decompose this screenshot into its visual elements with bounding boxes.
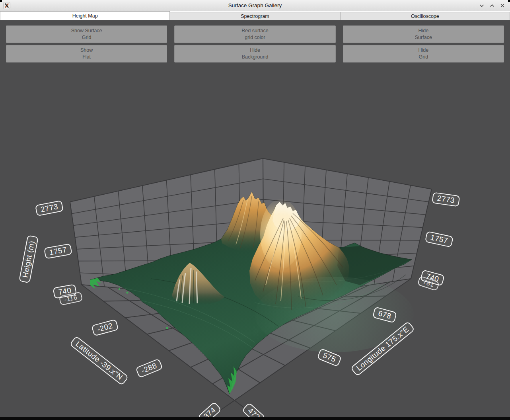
titlebar: Surface Graph Gallery xyxy=(0,0,510,11)
app-window: Surface Graph Gallery Height Map Spectro… xyxy=(0,0,510,420)
surface-plot-3d[interactable] xyxy=(0,0,510,420)
show-flat-button[interactable]: Show Flat xyxy=(6,45,167,63)
close-icon[interactable] xyxy=(499,2,506,9)
hide-grid-button[interactable]: Hide Grid xyxy=(343,45,504,63)
window-corner xyxy=(0,0,2,2)
tab-height-map[interactable]: Height Map xyxy=(0,11,170,20)
window-title: Surface Graph Gallery xyxy=(0,2,510,8)
tab-oscilloscope[interactable]: Oscilloscope xyxy=(340,12,510,20)
fringe-dot xyxy=(119,288,120,290)
hide-surface-button[interactable]: Hide Surface xyxy=(343,25,504,43)
tab-bar: Height Map Spectrogram Oscilloscope xyxy=(0,11,510,20)
fringe-dot xyxy=(126,291,128,293)
fringe-dot xyxy=(166,327,168,329)
sunlit-glow xyxy=(260,199,302,269)
toolbar: Show Surface Grid Red surface grid color… xyxy=(0,20,510,63)
red-surface-grid-color-button[interactable]: Red surface grid color xyxy=(174,25,335,43)
tab-spectrogram[interactable]: Spectrogram xyxy=(170,12,340,20)
hide-background-button[interactable]: Hide Background xyxy=(174,45,335,63)
window-controls xyxy=(478,2,510,9)
chevron-down-icon[interactable] xyxy=(478,2,485,9)
window-corner xyxy=(508,0,510,2)
show-surface-grid-button[interactable]: Show Surface Grid xyxy=(6,25,167,43)
chevron-up-icon[interactable] xyxy=(489,2,496,9)
window-bottom-edge xyxy=(0,417,510,420)
